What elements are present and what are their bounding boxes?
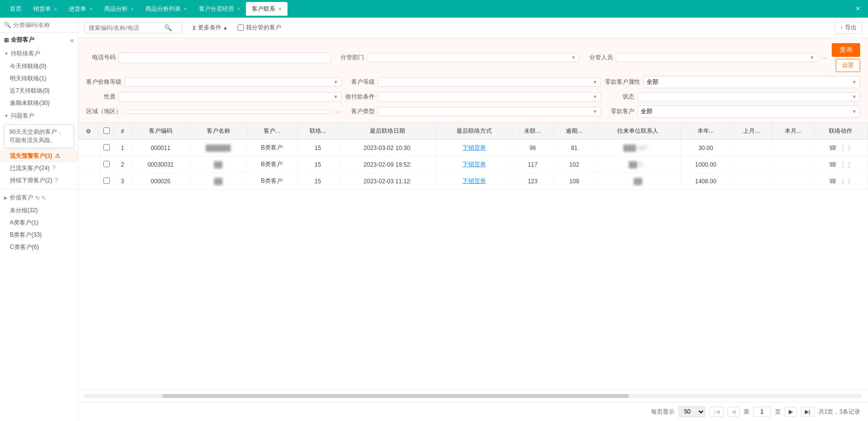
tab-sales[interactable]: 销货单 × [27,2,63,16]
more-actions-icon[interactable]: ⋮⋮ [840,161,852,168]
tab-sales-close[interactable]: × [54,6,57,12]
page-number-input[interactable] [753,407,771,417]
sidebar-item-week-pending[interactable]: 近7天待联络(0) [0,85,78,97]
prev-page-btn[interactable]: ◀ [727,407,740,417]
sidebar-item-churn-warning[interactable]: 流失预警客户(3) ⚠ [0,150,78,162]
sidebar-item-c-class[interactable]: C类客户(6) [0,241,78,253]
refresh-icon-value[interactable]: ↻ [35,195,40,201]
person-more-icon[interactable]: ··· [822,54,827,61]
col-last-month-header[interactable]: 上月... [731,123,772,140]
customer-type-select[interactable]: ▼ [378,107,601,116]
tab-goods-analysis-list[interactable]: 商品分析列表 × [140,2,193,16]
row-last-method-cell[interactable]: 下销货单 [437,140,512,156]
select-all-checkbox[interactable] [103,127,110,134]
col-name-header[interactable]: 客户名称 [190,123,247,140]
tab-customer-contact[interactable]: 客户联系 × [246,2,287,16]
row-code-cell: 000026 [131,173,190,190]
contact-icon[interactable]: ☎ [829,177,837,185]
sidebar-group-value[interactable]: ▶ 价值客户 ↻ ✎ [0,191,78,204]
sidebar-group-churn[interactable]: ▼ 问题客户 [0,109,78,123]
first-page-btn[interactable]: |◀ [709,407,723,417]
zero-customer-select[interactable]: 全部 ▼ [637,105,860,118]
sidebar-search-input[interactable] [13,22,74,28]
phone-input[interactable] [119,52,331,63]
tab-goods-analysis[interactable]: 商品分析 × [98,2,140,16]
row-checkbox-cell[interactable] [99,156,114,173]
sidebar-item-today-pending[interactable]: 今天待联络(0) [0,60,78,73]
tab-customer-tier[interactable]: 客户分层经营 × [193,2,246,16]
scrollbar-thumb[interactable] [162,394,629,398]
settings-button[interactable]: 设置 [836,59,860,72]
payment-select[interactable]: ▼ [378,92,601,101]
next-page-btn[interactable]: ▶ [785,407,797,417]
row-checkbox[interactable] [103,144,110,150]
col-type-header[interactable]: 客户... [246,123,297,140]
dept-select[interactable]: ▼ [367,53,579,62]
level-select[interactable]: ▼ [378,77,601,87]
col-not-contacted-header[interactable]: 未联... [512,123,554,140]
per-page-label: 每页显示 [651,408,675,416]
sidebar-item-b-class[interactable]: B类客户(33) [0,229,78,241]
col-last-method-header[interactable]: 最后联络方式 [437,123,512,140]
row-checkbox-cell[interactable] [99,140,114,156]
col-overdue-header[interactable]: 逾期... [554,123,595,140]
my-customers-checkbox[interactable]: 我分管的客户 [238,24,281,32]
tab-goods-analysis-close[interactable]: × [131,6,134,12]
zero-attr-chevron-icon: ▼ [852,79,857,85]
sidebar-all-customers[interactable]: ⊞ 全部客户 « [0,33,78,47]
tab-home[interactable]: 首页 [4,2,27,16]
price-level-select[interactable]: ▼ [124,77,341,87]
region-more-icon[interactable]: ··· [336,108,340,115]
status-select[interactable]: ▼ [637,92,860,101]
region-select[interactable] [124,110,332,114]
tab-purchase-close[interactable]: × [89,6,92,12]
sidebar-item-declining[interactable]: 持续下滑客户(2) ? [0,174,78,187]
window-close-button[interactable]: × [852,4,864,13]
row-contact-count-cell: 15 [297,156,338,173]
col-settings[interactable]: ⚙ [78,123,99,140]
tab-customer-tier-close[interactable]: × [237,6,240,12]
row-last-method-cell[interactable]: 下销货单 [437,173,512,190]
col-this-month-header[interactable]: 本月... [772,123,814,140]
col-code-header[interactable]: 客户编码 [131,123,190,140]
tab-goods-analysis-list-close[interactable]: × [184,6,187,12]
sidebar-group-pending[interactable]: ▼ 待联络客户 [0,47,78,60]
edit-icon-value[interactable]: ✎ [41,195,46,201]
row-checkbox[interactable] [103,177,110,184]
my-customers-checkbox-input[interactable] [238,25,244,31]
settings-icon[interactable]: ⚙ [86,128,91,135]
row-checkbox[interactable] [103,161,110,167]
sidebar-item-already-churned[interactable]: 已流失客户(24) ? [0,162,78,174]
sidebar-item-a-class[interactable]: A类客户(1) [0,217,78,229]
col-this-year-header[interactable]: 本年... [681,123,731,140]
filter-search-icon[interactable]: 🔍 [164,24,172,31]
more-actions-icon[interactable]: ⋮⋮ [840,177,852,185]
col-contact-count-header[interactable]: 联络... [297,123,338,140]
col-last-date-header[interactable]: 最后联络日期 [338,123,437,140]
per-page-select[interactable]: 50 100 [678,406,705,417]
more-actions-icon[interactable]: ⋮⋮ [840,144,852,151]
filter-more-conditions-btn[interactable]: ⊻ 更多条件 ▲ [188,22,232,33]
sidebar-item-ungrouped[interactable]: 未分组(32) [0,204,78,217]
tab-purchase[interactable]: 进货单 × [63,2,98,16]
contact-icon[interactable]: ☎ [829,161,837,168]
sidebar-item-overdue[interactable]: 逾期未联络(30) [0,97,78,109]
row-last-method-cell[interactable]: 下销货单 [437,156,512,173]
sidebar-item-tomorrow-pending[interactable]: 明天待联络(1) [0,73,78,85]
horizontal-scrollbar[interactable] [78,390,868,402]
col-contact-person-header[interactable]: 往来单位联系人 [595,123,681,140]
col-checkbox-header[interactable] [99,123,114,140]
last-page-btn[interactable]: ▶| [801,407,815,417]
export-btn[interactable]: ↑ 导出 [835,22,862,34]
filter-search-input[interactable] [89,25,162,31]
row-checkbox-cell[interactable] [99,173,114,190]
sidebar-collapse-icon[interactable]: « [70,36,74,44]
zero-attr-select[interactable]: 全部 ▼ [643,76,860,88]
arrow-down-icon: ▼ [4,51,9,56]
contact-icon[interactable]: ☎ [829,144,837,151]
query-button[interactable]: 查询 [832,43,860,57]
filter-search-box: 🔍 [84,22,182,33]
nature-select[interactable]: ▼ [119,92,341,101]
person-select[interactable]: ▼ [616,53,818,62]
tab-customer-contact-close[interactable]: × [278,6,281,12]
